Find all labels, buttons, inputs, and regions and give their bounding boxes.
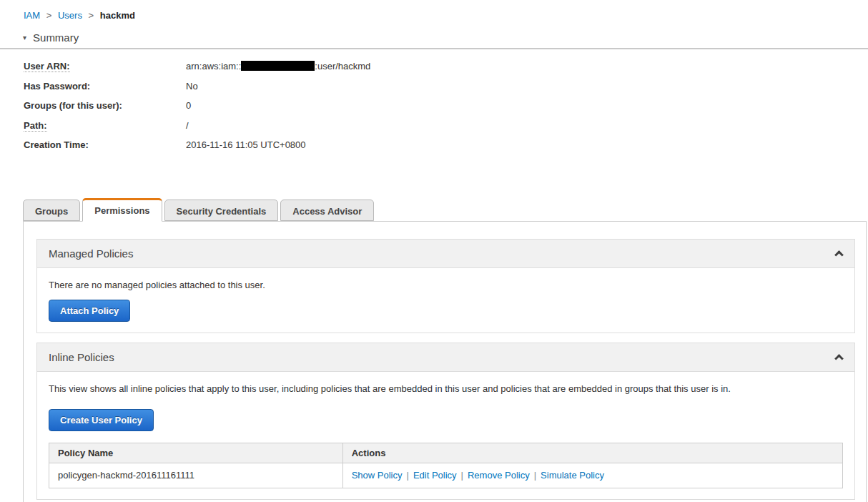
groups-count-value: 0: [186, 100, 191, 111]
action-separator: |: [461, 470, 463, 481]
policy-actions-cell: Show Policy|Edit Policy|Remove Policy|Si…: [342, 463, 842, 488]
path-value: /: [186, 120, 189, 131]
user-detail-tabs: Groups Permissions Security Credentials …: [23, 198, 868, 221]
has-password-value: No: [186, 81, 198, 92]
tab-permissions[interactable]: Permissions: [82, 198, 162, 222]
tab-security-credentials[interactable]: Security Credentials: [164, 200, 279, 221]
summary-row-has-password: Has Password: No: [24, 81, 868, 101]
breadcrumb: IAM > Users > hackmd: [24, 10, 868, 21]
summary-row-user-arn: User ARN: arn:aws:iam:::user/hackmd: [24, 61, 868, 81]
summary-row-creation-time: Creation Time: 2016-11-16 11:05 UTC+0800: [24, 139, 868, 159]
column-header-actions: Actions: [342, 443, 842, 463]
creation-time-label: Creation Time:: [24, 139, 186, 150]
has-password-label: Has Password:: [24, 81, 186, 92]
breadcrumb-separator: >: [89, 10, 94, 21]
table-row: policygen-hackmd-201611161111 Show Polic…: [49, 463, 843, 488]
action-separator: |: [407, 470, 409, 481]
creation-time-value: 2016-11-16 11:05 UTC+0800: [186, 139, 306, 150]
permissions-tab-panel: Managed Policies There are no managed po…: [23, 221, 867, 502]
summary-row-groups: Groups (for this user): 0: [24, 100, 868, 120]
managed-policies-section: Managed Policies There are no managed po…: [36, 239, 855, 333]
path-label: Path:: [24, 120, 186, 131]
breadcrumb-separator: >: [46, 10, 52, 21]
chevron-up-icon[interactable]: [834, 354, 844, 363]
chevron-up-icon[interactable]: [834, 250, 844, 260]
action-separator: |: [534, 470, 536, 481]
managed-policies-body: There are no managed policies attached t…: [37, 268, 854, 333]
table-header-row: Policy Name Actions: [49, 443, 843, 463]
managed-policies-empty-text: There are no managed policies attached t…: [49, 280, 843, 290]
user-arn-value: arn:aws:iam:::user/hackmd: [186, 61, 370, 72]
breadcrumb-link-iam[interactable]: IAM: [24, 10, 40, 21]
inline-policies-description: This view shows all inline policies that…: [49, 383, 843, 394]
show-policy-link[interactable]: Show Policy: [352, 470, 403, 481]
summary-section-header: ▾ Summary: [23, 31, 868, 44]
managed-policies-header[interactable]: Managed Policies: [37, 240, 854, 268]
policy-name-cell: policygen-hackmd-201611161111: [49, 463, 343, 488]
user-arn-label: User ARN:: [24, 61, 186, 72]
summary-row-path: Path: /: [24, 120, 868, 140]
remove-policy-link[interactable]: Remove Policy: [468, 470, 530, 481]
tab-groups[interactable]: Groups: [23, 200, 80, 221]
inline-policies-header[interactable]: Inline Policies: [37, 343, 854, 372]
breadcrumb-link-users[interactable]: Users: [58, 10, 82, 21]
edit-policy-link[interactable]: Edit Policy: [413, 470, 457, 481]
groups-count-label: Groups (for this user):: [24, 100, 186, 111]
attach-policy-button[interactable]: Attach Policy: [49, 300, 130, 322]
create-user-policy-button[interactable]: Create User Policy: [49, 409, 154, 431]
managed-policies-title: Managed Policies: [49, 247, 133, 260]
simulate-policy-link[interactable]: Simulate Policy: [541, 470, 604, 481]
breadcrumb-current-user: hackmd: [100, 10, 135, 21]
summary-fields: User ARN: arn:aws:iam:::user/hackmd Has …: [24, 61, 868, 159]
column-header-policy-name: Policy Name: [49, 443, 343, 463]
inline-policies-body: This view shows all inline policies that…: [37, 372, 854, 499]
redacted-account-id: [241, 61, 315, 71]
triangle-down-icon[interactable]: ▾: [23, 34, 26, 41]
summary-title: Summary: [33, 31, 79, 44]
inline-policies-table: Policy Name Actions policygen-hackmd-201…: [49, 443, 843, 488]
summary-divider: [0, 48, 868, 49]
inline-policies-title: Inline Policies: [49, 351, 114, 363]
tab-access-advisor[interactable]: Access Advisor: [280, 200, 374, 221]
inline-policies-section: Inline Policies This view shows all inli…: [36, 343, 855, 500]
